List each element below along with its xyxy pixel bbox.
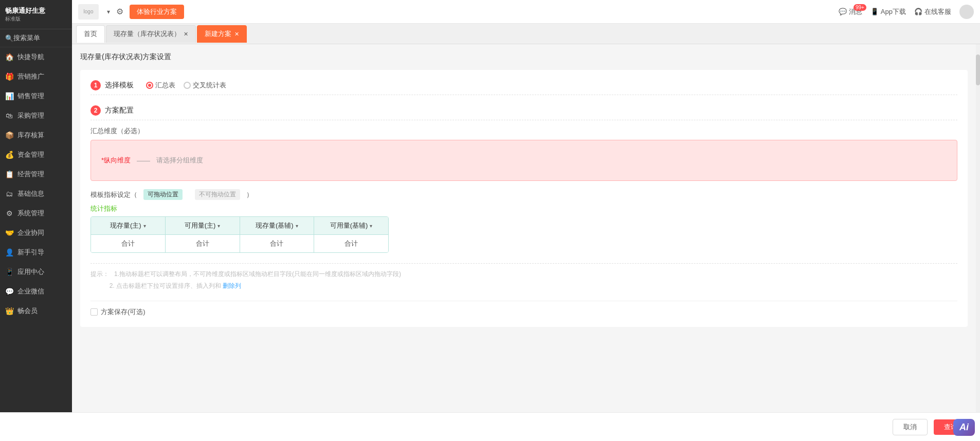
system-icon: ⚙ — [5, 209, 13, 217]
sidebar-item-finance[interactable]: 💰 资金管理 — [0, 145, 72, 164]
tips-section: 提示： 1.拖动标题栏可以调整布局，不可跨维度或指标区域拖动栏目字段(只能在同一… — [90, 263, 957, 290]
radio-summary-circle — [146, 82, 153, 89]
settings-panel: 1 选择模板 汇总表 交叉统计表 — [80, 70, 968, 327]
indicator-settings: 模板指标设定（ 可拖动位置 不可拖动位置 ） 统 — [90, 189, 957, 253]
sidebar-item-label: 库存核算 — [17, 131, 44, 140]
topbar-settings-icon[interactable]: ⚙ — [114, 5, 125, 19]
stats-col-3-chevron[interactable]: ▾ — [370, 223, 372, 229]
headset-icon: 🎧 — [914, 8, 922, 15]
dimension-placeholder: 请选择分组维度 — [156, 156, 203, 165]
tab-new-scheme[interactable]: 新建方案 ✕ — [197, 25, 247, 43]
sales-icon: 📊 — [5, 92, 13, 100]
sidebar-item-label: 快捷导航 — [17, 52, 44, 62]
inventory-icon: 📦 — [5, 131, 13, 139]
radio-summary[interactable]: 汇总表 — [146, 81, 175, 90]
stats-col-0-chevron[interactable]: ▾ — [143, 223, 146, 229]
tab-inventory-close[interactable]: ✕ — [184, 31, 188, 38]
section-1: 1 选择模板 汇总表 交叉统计表 — [90, 80, 957, 95]
stats-col-1-chevron[interactable]: ▾ — [217, 223, 220, 229]
purchase-icon: 🛍 — [5, 112, 13, 120]
finance-icon: 💰 — [5, 151, 13, 159]
trial-button[interactable]: 体验行业方案 — [130, 5, 184, 19]
tab-home-label: 首页 — [84, 29, 97, 39]
stats-col-0[interactable]: 现存量(主) ▾ — [91, 217, 166, 234]
sidebar-item-sales[interactable]: 📊 销售管理 — [0, 86, 72, 106]
topbar-dropdown[interactable]: ▾ — [107, 8, 110, 15]
sidebar-item-wechat[interactable]: 💬 企业微信 — [0, 282, 72, 301]
action-bar: 取消 查询 — [72, 412, 980, 441]
indicator-settings-label-prefix: 模板指标设定（ — [90, 190, 137, 199]
stats-table-row-0: 合计 合计 合计 合计 — [91, 234, 388, 252]
indicator-settings-label-suffix: ） — [246, 190, 253, 199]
section-2-num: 2 — [90, 105, 101, 116]
tab-inventory-label: 现存量（库存状况表） — [114, 29, 180, 39]
stats-table-header: 现存量(主) ▾ 可用量(主) ▾ 现存量(基辅) — [91, 217, 388, 234]
search-label: 搜索菜单 — [13, 33, 40, 43]
sidebar-item-basic-info[interactable]: 🗂 基础信息 — [0, 184, 72, 204]
onboarding-icon: 👤 — [5, 248, 13, 256]
scrollbar-vertical[interactable] — [976, 44, 980, 441]
sidebar-item-app-center[interactable]: 📱 应用中心 — [0, 262, 72, 282]
stats-col-2-chevron[interactable]: ▾ — [296, 223, 298, 229]
dimension-area-label: 汇总维度（必选） — [90, 126, 957, 136]
sidebar-item-inventory[interactable]: 📦 库存核算 — [0, 125, 72, 145]
sidebar-item-quick-nav[interactable]: 🏠 快捷导航 — [0, 47, 72, 67]
sidebar-search[interactable]: 🔍 搜索菜单 — [0, 29, 72, 47]
stats-col-3[interactable]: 可用量(基辅) ▾ — [314, 217, 388, 234]
sidebar-item-label: 应用中心 — [17, 267, 44, 277]
topbar-right: 💬 消息 99+ 📱 App下载 🎧 在线客服 — [839, 5, 974, 19]
tabbar: 首页 现存量（库存状况表） ✕ 新建方案 ✕ ✕ ⤢ — [72, 24, 980, 44]
drag-badge: 可拖动位置 — [143, 189, 183, 200]
app-download-label: App下载 — [881, 7, 906, 16]
sidebar-item-cooperation[interactable]: 🤝 企业协同 — [0, 223, 72, 243]
wechat-icon: 💬 — [5, 287, 13, 296]
tip-2-prefix: 2. 点击标题栏下拉可设置排序、插入列和 — [90, 282, 221, 289]
sidebar-item-label: 资金管理 — [17, 150, 44, 159]
app-name: 畅康通好生意 — [5, 6, 67, 15]
customer-service-label: 在线客服 — [924, 7, 951, 16]
radio-cross[interactable]: 交叉统计表 — [184, 81, 226, 90]
tab-inventory[interactable]: 现存量（库存状况表） ✕ — [106, 25, 196, 43]
sidebar-item-label: 采购管理 — [17, 111, 44, 120]
app-download-item[interactable]: 📱 App下载 — [870, 7, 906, 16]
cancel-button[interactable]: 取消 — [893, 419, 928, 435]
sidebar-item-onboarding[interactable]: 👤 新手引导 — [0, 243, 72, 262]
save-checkbox-area: 方案保存(可选) — [90, 301, 957, 317]
topbar: logo ▾ ⚙ 体验行业方案 💬 消息 99+ 📱 App下载 🎧 在线客服 — [72, 0, 980, 24]
stats-cell-0-3: 合计 — [314, 235, 388, 252]
tab-new-scheme-label: 新建方案 — [205, 29, 231, 39]
radio-cross-circle — [184, 82, 191, 89]
stats-col-1-label: 可用量(主) — [185, 221, 216, 230]
messages-badge: 99+ — [854, 4, 866, 11]
stats-col-2[interactable]: 现存量(基辅) ▾ — [240, 217, 315, 234]
sidebar-item-operations[interactable]: 📋 经营管理 — [0, 164, 72, 184]
dimension-area[interactable]: *纵向维度 —— 请选择分组维度 — [90, 140, 957, 181]
sidebar-item-members[interactable]: 👑 畅会员 — [0, 301, 72, 321]
sidebar-item-marketing[interactable]: 🎁 营销推广 — [0, 67, 72, 86]
topbar-logo: logo — [78, 4, 99, 20]
quick-nav-icon: 🏠 — [5, 53, 13, 61]
operations-icon: 📋 — [5, 170, 13, 178]
stats-col-1[interactable]: 可用量(主) ▾ — [166, 217, 240, 234]
marketing-icon: 🎁 — [5, 72, 13, 81]
customer-service-item[interactable]: 🎧 在线客服 — [914, 7, 951, 16]
messages-item[interactable]: 💬 消息 99+ — [839, 7, 862, 16]
section-2-header: 2 方案配置 — [90, 105, 957, 120]
sidebar-item-purchase[interactable]: 🛍 采购管理 — [0, 106, 72, 125]
section-2: 2 方案配置 汇总维度（必选） *纵向维度 —— 请选择分组维度 模板 — [90, 105, 957, 290]
basic-info-icon: 🗂 — [5, 190, 13, 198]
stats-cell-0-2: 合计 — [240, 235, 315, 252]
content-wrapper: 现存量(库存状况表)方案设置 1 选择模板 汇总表 — [72, 44, 980, 441]
ai-badge[interactable]: Ai — [953, 419, 975, 436]
stats-table: 现存量(主) ▾ 可用量(主) ▾ 现存量(基辅) — [90, 216, 389, 253]
save-checkbox-label: 方案保存(可选) — [101, 307, 146, 317]
user-avatar[interactable] — [959, 5, 974, 19]
scrollbar-thumb[interactable] — [976, 54, 980, 85]
tab-new-scheme-close[interactable]: ✕ — [234, 31, 239, 38]
sidebar-item-system[interactable]: ⚙ 系统管理 — [0, 204, 72, 223]
sidebar-nav: 🏠 快捷导航 🎁 营销推广 📊 销售管理 🛍 采购管理 📦 库存核算 💰 资金管… — [0, 47, 72, 420]
tab-home[interactable]: 首页 — [76, 25, 105, 43]
tip-2-link[interactable]: 删除列 — [223, 282, 241, 289]
save-checkbox[interactable] — [90, 308, 98, 316]
section-1-header: 1 选择模板 汇总表 交叉统计表 — [90, 80, 957, 95]
